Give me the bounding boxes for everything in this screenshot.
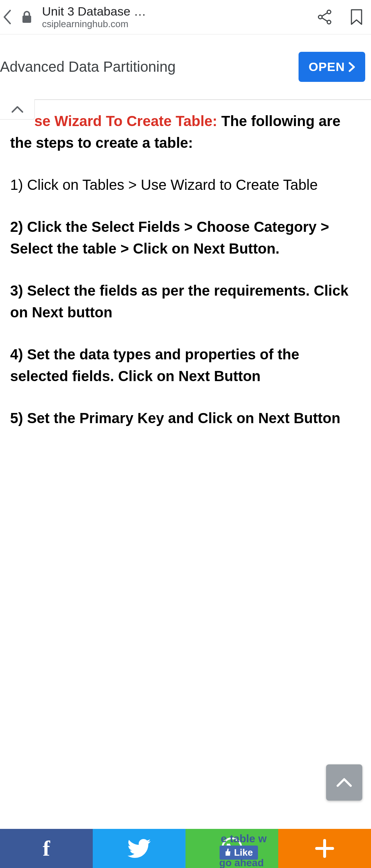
share-bar: f e table w Like go ahead: [0, 829, 371, 868]
chevron-right-icon: [349, 62, 355, 72]
svg-point-1: [327, 10, 331, 14]
overlay-snippet-top: e table w: [221, 832, 267, 845]
ad-banner: Advanced Data Partitioning OPEN: [0, 34, 371, 100]
chevron-left-icon: [3, 10, 11, 24]
scroll-top-button[interactable]: [326, 764, 362, 801]
page-title-block: Unit 3 Database … csiplearninghub.com: [42, 4, 304, 30]
share-twitter[interactable]: [93, 829, 186, 868]
chevron-up-icon: [335, 777, 353, 788]
browser-topbar: Unit 3 Database … csiplearninghub.com: [0, 0, 371, 34]
svg-rect-0: [22, 16, 31, 23]
step-2: 2) Click the Select Fields > Choose Cate…: [10, 216, 361, 259]
chevron-up-icon: [11, 105, 24, 113]
step-1: 1) Click on Tables > Use Wizard to Creat…: [10, 174, 361, 196]
step-4: 4) Set the data types and properties of …: [10, 343, 361, 387]
plus-icon: [314, 838, 335, 859]
bookmark-icon: [350, 9, 363, 25]
article-lead: se Wizard To Create Table: The following…: [10, 110, 361, 154]
ad-open-button[interactable]: OPEN: [299, 52, 365, 82]
share-whatsapp[interactable]: e table w Like go ahead: [186, 829, 278, 868]
lead-highlight: se Wizard To Create Table:: [34, 113, 217, 129]
overlay-snippet-bottom: go ahead: [219, 857, 264, 868]
bookmark-button[interactable]: [345, 9, 368, 25]
share-button[interactable]: [313, 9, 336, 25]
ad-headline: Advanced Data Partitioning: [0, 59, 176, 75]
lock-icon: [20, 11, 33, 24]
article-body: se Wizard To Create Table: The following…: [0, 100, 371, 464]
back-button[interactable]: [3, 10, 12, 24]
svg-line-5: [322, 18, 328, 21]
share-more[interactable]: [278, 829, 371, 868]
share-facebook[interactable]: f: [0, 829, 93, 868]
collapse-ad-tab[interactable]: [0, 99, 35, 120]
step-3: 3) Select the fields as per the requirem…: [10, 280, 361, 323]
svg-line-4: [322, 13, 328, 16]
svg-point-3: [327, 20, 331, 24]
page-domain: csiplearninghub.com: [42, 18, 304, 30]
page-title: Unit 3 Database …: [42, 4, 304, 18]
svg-point-2: [318, 15, 322, 19]
step-5: 5) Set the Primary Key and Click on Next…: [10, 407, 361, 429]
twitter-icon: [128, 839, 151, 858]
scroll-top-container: [326, 764, 362, 801]
facebook-icon: f: [43, 836, 50, 861]
ad-open-label: OPEN: [309, 60, 345, 74]
share-icon: [317, 9, 333, 25]
